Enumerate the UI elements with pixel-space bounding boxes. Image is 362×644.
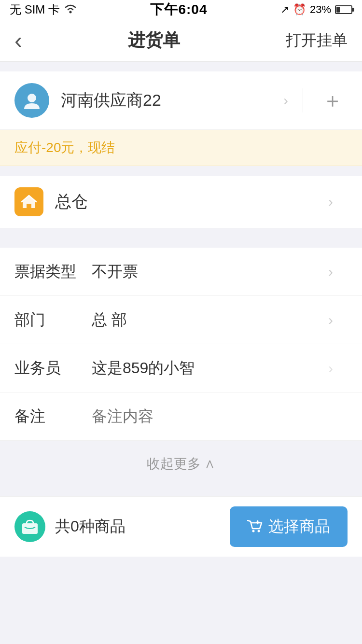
supplier-avatar bbox=[14, 83, 49, 118]
svg-point-5 bbox=[258, 530, 260, 532]
open-pending-button[interactable]: 打开挂单 bbox=[286, 30, 348, 51]
supplier-chevron-icon: › bbox=[283, 92, 288, 109]
nav-bar: ‹ 进货单 打开挂单 bbox=[0, 19, 362, 62]
remark-row[interactable]: 备注 bbox=[0, 392, 362, 441]
invoice-chevron-icon: › bbox=[328, 264, 333, 280]
status-indicators: ↗ ⏰ 23% bbox=[280, 3, 352, 16]
vertical-divider bbox=[303, 88, 303, 112]
invoice-row[interactable]: 票据类型 不开票 › bbox=[0, 248, 362, 296]
status-time: 下午6:04 bbox=[150, 0, 207, 19]
product-icon-wrap bbox=[14, 511, 45, 542]
add-supplier-button[interactable]: ＋ bbox=[318, 87, 348, 114]
department-label: 部门 bbox=[14, 309, 82, 331]
svg-point-1 bbox=[28, 94, 36, 102]
salesperson-row[interactable]: 业务员 这是859的小智 › bbox=[0, 344, 362, 392]
salesperson-chevron-icon: › bbox=[328, 360, 333, 377]
warehouse-chevron-icon: › bbox=[328, 194, 333, 210]
gap-1 bbox=[0, 62, 362, 71]
department-chevron-icon: › bbox=[328, 312, 333, 328]
svg-point-0 bbox=[70, 11, 72, 14]
bag-icon bbox=[21, 518, 39, 535]
battery-icon bbox=[335, 5, 352, 14]
cart-add-icon bbox=[247, 520, 263, 533]
page-title: 进货单 bbox=[128, 28, 180, 52]
warehouse-row[interactable]: 总仓 › bbox=[0, 176, 362, 228]
gap-3 bbox=[0, 228, 362, 238]
wifi-icon bbox=[64, 3, 77, 16]
form-section: 票据类型 不开票 › 部门 总 部 › 业务员 这是859的小智 › 备注 收起… bbox=[0, 248, 362, 487]
gap-2 bbox=[0, 166, 362, 176]
select-product-button[interactable]: 选择商品 bbox=[230, 506, 348, 547]
battery-percent: 23% bbox=[310, 3, 331, 16]
status-carrier: 无 SIM 卡 bbox=[10, 2, 77, 17]
remark-input[interactable] bbox=[92, 407, 348, 425]
department-value: 总 部 bbox=[92, 309, 328, 331]
collapse-button[interactable]: 收起更多 ∧ bbox=[0, 441, 362, 487]
status-bar: 无 SIM 卡 下午6:04 ↗ ⏰ 23% bbox=[0, 0, 362, 19]
supplier-row[interactable]: 河南供应商22 › ＋ bbox=[0, 71, 362, 130]
supplier-name: 河南供应商22 bbox=[61, 89, 283, 112]
warehouse-section: 总仓 › bbox=[0, 176, 362, 228]
warehouse-icon bbox=[14, 187, 43, 216]
back-button[interactable]: ‹ bbox=[14, 27, 22, 54]
page-rest bbox=[0, 557, 362, 644]
svg-point-4 bbox=[252, 530, 255, 532]
department-row[interactable]: 部门 总 部 › bbox=[0, 296, 362, 344]
avatar-icon bbox=[22, 91, 42, 110]
house-icon bbox=[21, 194, 37, 210]
notice-banner: 应付-20元，现结 bbox=[0, 130, 362, 166]
warehouse-name: 总仓 bbox=[55, 191, 328, 213]
salesperson-value: 这是859的小智 bbox=[92, 358, 328, 379]
collapse-label: 收起更多 ∧ bbox=[147, 456, 216, 471]
remark-label: 备注 bbox=[14, 406, 82, 427]
invoice-value: 不开票 bbox=[92, 261, 328, 282]
svg-rect-2 bbox=[27, 204, 31, 208]
invoice-label: 票据类型 bbox=[14, 261, 82, 282]
carrier-text: 无 SIM 卡 bbox=[10, 2, 60, 17]
alarm-icon: ⏰ bbox=[293, 3, 306, 16]
bottom-bar: 共0种商品 选择商品 bbox=[0, 496, 362, 557]
notice-text: 应付-20元，现结 bbox=[14, 140, 115, 155]
salesperson-label: 业务员 bbox=[14, 358, 82, 379]
supplier-section: 河南供应商22 › ＋ 应付-20元，现结 bbox=[0, 71, 362, 166]
select-product-label: 选择商品 bbox=[268, 516, 330, 537]
location-icon: ↗ bbox=[280, 3, 289, 16]
product-count: 共0种商品 bbox=[55, 516, 230, 537]
